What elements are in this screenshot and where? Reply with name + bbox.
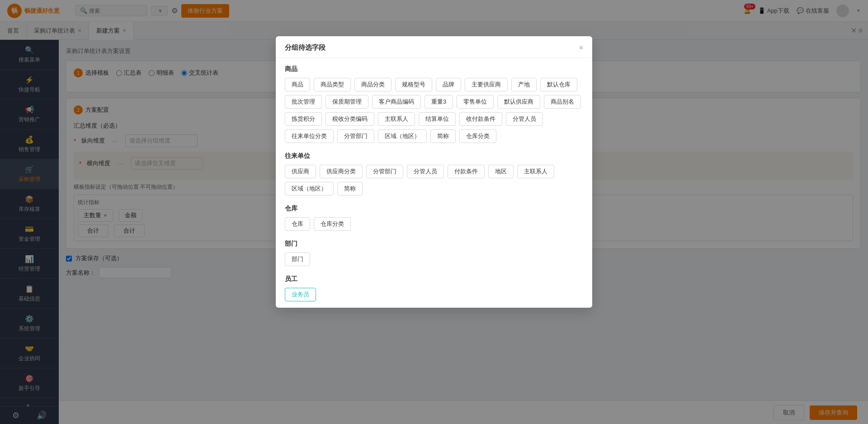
section-dept-title: 部门 — [285, 240, 583, 248]
field-managing-person[interactable]: 分管人员 — [407, 165, 444, 178]
modal-header: 分组待选字段 × — [276, 36, 592, 58]
section-goods-fields: 商品 商品类型 商品分类 规格型号 品牌 主要供应商 产地 默认仓库 批次管理 … — [285, 78, 583, 143]
field-supplier[interactable]: 供应商 — [285, 165, 316, 178]
section-dept-fields: 部门 — [285, 252, 583, 266]
field-batch[interactable]: 批次管理 — [285, 95, 322, 109]
field-area[interactable]: 地区 — [488, 165, 514, 178]
field-partner-category[interactable]: 往来单位分类 — [285, 129, 334, 143]
field-region[interactable]: 区域（地区） — [378, 129, 427, 143]
field-salesperson[interactable]: 业务员 — [285, 288, 316, 301]
field-goods-type[interactable]: 商品类型 — [314, 78, 351, 91]
field-settlement-unit[interactable]: 结算单位 — [419, 112, 456, 126]
field-contact[interactable]: 主联系人 — [378, 112, 415, 126]
field-warehouse-cat[interactable]: 仓库分类 — [314, 217, 351, 231]
field-warehouse[interactable]: 仓库 — [285, 217, 310, 231]
field-default-supplier[interactable]: 默认供应商 — [497, 95, 540, 109]
section-employee-fields: 业务员 — [285, 288, 583, 301]
field-goods[interactable]: 商品 — [285, 78, 310, 91]
field-customer-code[interactable]: 客户商品编码 — [372, 95, 421, 109]
field-shelf-life[interactable]: 保质期管理 — [326, 95, 368, 109]
field-origin[interactable]: 产地 — [511, 78, 537, 91]
field-alias[interactable]: 商品别名 — [544, 95, 581, 109]
field-warehouse-category[interactable]: 仓库分类 — [459, 129, 496, 143]
field-managing-dept[interactable]: 分管部门 — [366, 165, 403, 178]
section-goods: 商品 商品 商品类型 商品分类 规格型号 品牌 主要供应商 产地 默认仓库 批次… — [285, 65, 583, 143]
section-partner: 往来单位 供应商 供应商分类 分管部门 分管人员 付款条件 地区 主联系人 区域… — [285, 152, 583, 195]
field-pick-score[interactable]: 拣货积分 — [285, 112, 322, 126]
field-tax-code[interactable]: 税收分类编码 — [326, 112, 374, 126]
field-manager[interactable]: 分管人员 — [506, 112, 543, 126]
field-region-partner[interactable]: 区域（地区） — [285, 182, 334, 195]
section-warehouse-title: 仓库 — [285, 205, 583, 213]
modal-body: 商品 商品 商品类型 商品分类 规格型号 品牌 主要供应商 产地 默认仓库 批次… — [276, 58, 592, 308]
field-dept[interactable]: 分管部门 — [337, 129, 374, 143]
field-spec[interactable]: 规格型号 — [395, 78, 432, 91]
section-partner-title: 往来单位 — [285, 152, 583, 160]
field-short-name-partner[interactable]: 简称 — [337, 182, 363, 195]
field-default-warehouse[interactable]: 默认仓库 — [540, 78, 577, 91]
section-employee: 员工 业务员 — [285, 275, 583, 301]
section-goods-title: 商品 — [285, 65, 583, 73]
modal-close-btn[interactable]: × — [579, 44, 583, 52]
field-main-contact[interactable]: 主联系人 — [517, 165, 554, 178]
field-brand[interactable]: 品牌 — [436, 78, 461, 91]
field-payment-cond[interactable]: 付款条件 — [448, 165, 485, 178]
field-supplier-category[interactable]: 供应商分类 — [320, 165, 363, 178]
modal-title: 分组待选字段 — [285, 43, 326, 52]
section-employee-title: 员工 — [285, 275, 583, 283]
section-warehouse-fields: 仓库 仓库分类 — [285, 217, 583, 231]
field-weight3[interactable]: 重量3 — [425, 95, 453, 109]
field-short-name[interactable]: 简称 — [430, 129, 456, 143]
section-dept: 部门 部门 — [285, 240, 583, 266]
field-goods-category[interactable]: 商品分类 — [354, 78, 392, 91]
field-main-supplier[interactable]: 主要供应商 — [465, 78, 508, 91]
section-warehouse: 仓库 仓库 仓库分类 — [285, 205, 583, 231]
section-partner-fields: 供应商 供应商分类 分管部门 分管人员 付款条件 地区 主联系人 区域（地区） … — [285, 165, 583, 195]
field-retail-unit[interactable]: 零售单位 — [457, 95, 494, 109]
modal: 分组待选字段 × 商品 商品 商品类型 商品分类 规格型号 品牌 主要供应商 产… — [276, 36, 592, 308]
modal-overlay: 分组待选字段 × 商品 商品 商品类型 商品分类 规格型号 品牌 主要供应商 产… — [0, 0, 868, 424]
field-department[interactable]: 部门 — [285, 252, 310, 266]
field-payment-terms[interactable]: 收付款条件 — [459, 112, 502, 126]
